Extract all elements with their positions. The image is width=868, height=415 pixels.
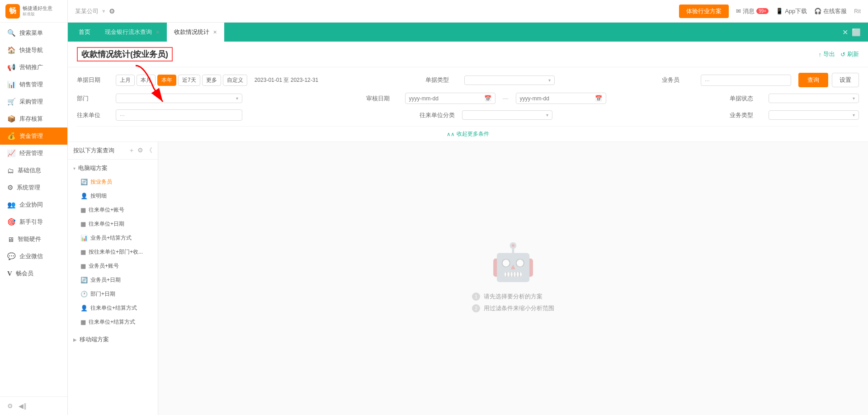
sidebar-item-system[interactable]: ⚙ 系统管理 (0, 179, 67, 196)
scheme-unit-settle1[interactable]: 👤 往来单位+结算方式 (68, 301, 158, 315)
date-btn-this-month[interactable]: 本月 (137, 75, 156, 86)
sidebar-item-member[interactable]: V 畅会员 (0, 265, 67, 282)
scheme-unit-dept-collect[interactable]: ▦ 按往来单位+部门+收... (68, 245, 158, 259)
filter-row-1: 单据日期 上月 本月 本年 近7天 更多 自定义 2023-01-01 至 20… (77, 73, 859, 87)
triangle-down-icon: ▾ (73, 166, 75, 171)
tab-bank[interactable]: 现金银行流水查询 ✕ (98, 23, 167, 42)
scheme-unit-date[interactable]: ▦ 往来单位+日期 (68, 217, 158, 231)
message-icon: ✉ (736, 8, 741, 14)
sidebar-item-hardware[interactable]: 🖥 智能硬件 (0, 231, 67, 248)
content-area: 按以下方案查询 ＋ ⚙ 《 ▾ 电脑端方案 🔄 按业务员 (68, 142, 868, 415)
scheme-by-detail[interactable]: 👤 按明细 (68, 189, 158, 203)
sidebar-item-sales[interactable]: 📊 销售管理 (0, 76, 67, 93)
dept-chevron-icon: ▾ (236, 96, 238, 101)
dept-select[interactable]: ▾ (116, 94, 242, 103)
counterparty-select[interactable]: ··· (116, 109, 242, 121)
refresh-button[interactable]: ↺ 刷新 (840, 50, 859, 58)
settings-gear-icon[interactable]: ⚙ (109, 7, 115, 15)
sidebar-item-base[interactable]: 🗂 基础信息 (0, 162, 67, 179)
biz-type-label: 业务类型 (730, 111, 761, 119)
bottom-collapse-icon[interactable]: ◀‖ (19, 402, 27, 410)
scheme-salesperson-date[interactable]: 🔄 业务员+日期 (68, 273, 158, 287)
bottom-settings-icon[interactable]: ⚙ (7, 402, 13, 410)
counterparty-more-icon[interactable]: ··· (120, 112, 125, 118)
calendar-from-icon[interactable]: 📅 (484, 95, 491, 102)
scheme-unit-settle2[interactable]: ▦ 往来单位+结算方式 (68, 315, 158, 329)
mobile-scheme-group: ▶ 移动端方案 (68, 331, 158, 348)
scheme-unit-account[interactable]: ▦ 往来单位+账号 (68, 203, 158, 217)
doc-type-select[interactable]: ▾ (464, 75, 555, 85)
tab-home[interactable]: 首页 (71, 23, 98, 42)
close-window-icon[interactable]: ✕ (842, 28, 848, 37)
review-date-from-input[interactable] (409, 95, 482, 102)
close-bank-tab-icon[interactable]: ✕ (156, 29, 160, 35)
counterparty-cat-chevron-icon: ▾ (546, 113, 548, 118)
member-icon: V (7, 270, 12, 278)
search-icon: 🔍 (7, 29, 16, 37)
sidebar-item-search[interactable]: 🔍 搜索菜单 (0, 24, 67, 42)
base-icon: 🗂 (7, 167, 14, 174)
sidebar-item-marketing[interactable]: 📢 营销推广 (0, 59, 67, 76)
app-download-area[interactable]: 📱 App下载 (776, 7, 807, 15)
collapse-panel-icon[interactable]: 《 (146, 146, 152, 155)
date-btn-this-year[interactable]: 本年 (157, 75, 176, 86)
mobile-group-header[interactable]: ▶ 移动端方案 (68, 333, 158, 346)
sales-icon: 📊 (7, 80, 16, 89)
doc-status-label: 单据状态 (730, 94, 761, 103)
calendar-to-icon[interactable]: 📅 (595, 95, 602, 102)
salesperson-select[interactable]: ··· (701, 75, 791, 86)
counterparty-cat-select[interactable]: ▾ (462, 110, 552, 120)
sidebar-item-finance[interactable]: 💰 资金管理 (0, 127, 67, 145)
collapse-bar[interactable]: ∧∧ 收起更多条件 (77, 126, 859, 141)
tab-collection[interactable]: 收款情况统计 ✕ (167, 23, 224, 42)
maximize-window-icon[interactable]: ⬜ (852, 28, 861, 37)
sidebar-item-operations[interactable]: 📈 经营管理 (0, 145, 67, 162)
filter-settings-button[interactable]: 设置 (832, 73, 859, 87)
user-name[interactable]: Rit (854, 8, 861, 14)
scheme-salesperson-settle[interactable]: 📊 业务员+结算方式 (68, 231, 158, 245)
review-date-to-input[interactable] (520, 95, 593, 102)
page-header: 收款情况统计(按业务员) ↑ 导出 ↺ 刷新 (68, 42, 868, 67)
salesperson-more-icon[interactable]: ··· (705, 77, 710, 84)
date-btn-custom[interactable]: 自定义 (223, 75, 247, 86)
left-panel-actions: ＋ ⚙ 《 (128, 146, 152, 155)
sidebar-item-purchase[interactable]: 🛒 采购管理 (0, 93, 67, 110)
query-button[interactable]: 查询 (798, 73, 828, 87)
scheme-settle-icon: 📊 (80, 235, 88, 241)
scheme-dept-icon: ▦ (80, 249, 86, 255)
counterparty-cat-label: 往来单位分类 (420, 111, 455, 119)
sidebar-item-guide[interactable]: 🎯 新手引导 (0, 213, 67, 231)
sidebar-item-collab[interactable]: 👥 企业协同 (0, 196, 67, 213)
sidebar-item-inventory[interactable]: 📦 库存核算 (0, 110, 67, 127)
trial-button[interactable]: 体验行业方案 (679, 5, 729, 18)
date-btn-7days[interactable]: 近7天 (178, 75, 200, 86)
date-btn-more[interactable]: 更多 (202, 75, 221, 86)
messages-area[interactable]: ✉ 消息 99+ (736, 7, 769, 15)
export-button[interactable]: ↑ 导出 (819, 50, 835, 58)
window-buttons: ✕ ⬜ (842, 28, 864, 37)
desktop-group-header[interactable]: ▾ 电脑端方案 (68, 161, 158, 175)
review-date-to[interactable]: 📅 (516, 93, 606, 104)
page-header-actions: ↑ 导出 ↺ 刷新 (819, 50, 859, 58)
sidebar-item-wechat[interactable]: 💬 企业微信 (0, 248, 67, 265)
close-collection-tab-icon[interactable]: ✕ (213, 29, 217, 35)
counterparty-label: 往来单位 (77, 111, 108, 119)
filter-row-2: 部门 ▾ 审核日期 📅 — 📅 单据状态 ▾ (77, 93, 859, 104)
empty-steps: 1 请先选择要分析的方案 2 用过滤条件来缩小分析范围 (472, 292, 554, 316)
scheme-unit-account-icon: ▦ (80, 207, 86, 213)
date-btn-last-month[interactable]: 上月 (116, 75, 135, 86)
settings-scheme-icon[interactable]: ⚙ (137, 146, 143, 155)
doc-status-select[interactable]: ▾ (769, 94, 859, 103)
add-scheme-icon[interactable]: ＋ (128, 146, 135, 155)
review-date-from[interactable]: 📅 (405, 93, 495, 104)
scheme-dept-date[interactable]: 🕐 部门+日期 (68, 287, 158, 301)
online-service-area[interactable]: 🎧 在线客服 (814, 7, 847, 15)
scheme-dept-date-icon: 🕐 (80, 291, 88, 297)
left-panel: 按以下方案查询 ＋ ⚙ 《 ▾ 电脑端方案 🔄 按业务员 (68, 142, 158, 415)
biz-type-select[interactable]: ▾ (769, 110, 859, 120)
scheme-by-salesperson[interactable]: 🔄 按业务员 (68, 175, 158, 189)
sidebar-item-quicknav[interactable]: 🏠 快捷导航 (0, 42, 67, 59)
scheme-salesperson-acct[interactable]: ▦ 业务员+账号 (68, 259, 158, 273)
scheme-salesperson-icon: 🔄 (80, 179, 88, 185)
topbar: 某某公司 ▾ ⚙ 体验行业方案 ✉ 消息 99+ 📱 App下载 🎧 在线客服 … (68, 0, 868, 23)
